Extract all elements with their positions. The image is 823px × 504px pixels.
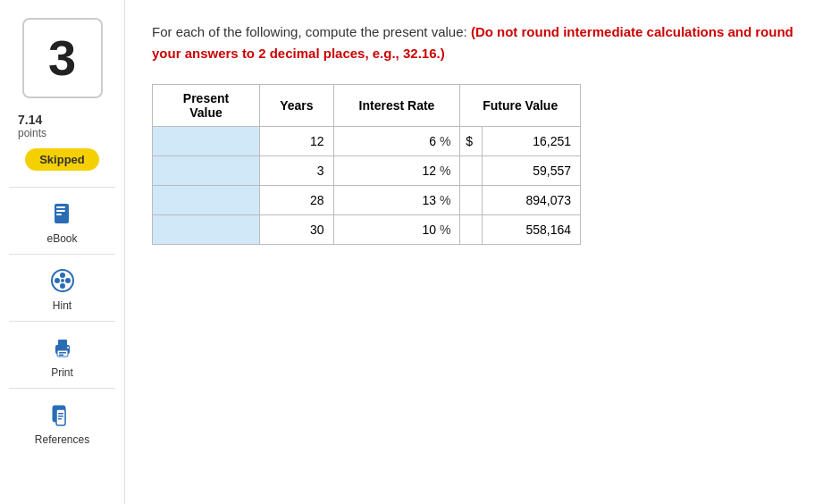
years-cell: 3 xyxy=(260,156,334,186)
svg-rect-19 xyxy=(58,413,63,415)
present-value-cell[interactable] xyxy=(153,215,260,245)
sidebar-item-hint[interactable]: Hint xyxy=(9,254,115,321)
svg-rect-3 xyxy=(56,214,62,215)
present-value-cell[interactable] xyxy=(153,156,260,186)
svg-rect-20 xyxy=(58,416,63,417)
svg-point-9 xyxy=(61,279,64,282)
status-badge[interactable]: Skipped xyxy=(25,148,99,171)
svg-rect-1 xyxy=(56,206,65,208)
svg-rect-18 xyxy=(56,409,65,425)
table-row: 312 %59,557 xyxy=(153,156,581,186)
svg-point-6 xyxy=(55,278,60,283)
sidebar: 3 7.14 points Skipped eBook xyxy=(0,0,125,504)
dollar-sign-cell xyxy=(460,186,483,215)
col-header-present-value: Present Value xyxy=(153,85,260,127)
sidebar-item-references[interactable]: References xyxy=(9,388,115,455)
svg-point-5 xyxy=(60,273,65,278)
question-number-box: 3 xyxy=(22,18,103,98)
points-label: points xyxy=(18,127,46,139)
years-cell: 12 xyxy=(260,127,334,156)
future-value-cell: 16,251 xyxy=(483,127,581,156)
interest-rate-cell: 13 % xyxy=(333,186,460,215)
col-header-years: Years xyxy=(260,85,334,127)
hint-icon xyxy=(47,265,78,296)
present-value-cell[interactable] xyxy=(153,186,260,215)
svg-rect-14 xyxy=(59,355,63,357)
print-icon xyxy=(47,332,78,363)
present-value-input[interactable] xyxy=(160,220,252,239)
sidebar-item-hint-label: Hint xyxy=(53,299,71,312)
present-value-input[interactable] xyxy=(160,190,252,210)
dollar-sign-cell xyxy=(460,156,483,186)
future-value-cell: 558,164 xyxy=(483,215,581,245)
svg-point-8 xyxy=(65,278,71,283)
data-table: Present Value Years Interest Rate Future… xyxy=(152,84,581,245)
years-cell: 30 xyxy=(260,215,334,245)
svg-rect-2 xyxy=(56,210,65,212)
present-value-input[interactable] xyxy=(160,131,252,151)
dollar-sign-cell: $ xyxy=(460,127,483,156)
years-cell: 28 xyxy=(260,186,334,215)
sidebar-item-ebook-label: eBook xyxy=(46,232,77,245)
svg-rect-21 xyxy=(58,418,62,420)
points-value: 7.14 xyxy=(18,113,42,127)
col-header-interest-rate: Interest Rate xyxy=(333,85,460,127)
sidebar-item-print-label: Print xyxy=(51,366,73,379)
question-text: For each of the following, compute the p… xyxy=(152,21,795,64)
sidebar-item-ebook[interactable]: eBook xyxy=(9,187,115,254)
book-icon xyxy=(47,198,78,229)
present-value-cell[interactable] xyxy=(153,127,260,156)
references-icon xyxy=(47,399,78,430)
interest-rate-cell: 10 % xyxy=(333,215,460,245)
question-number: 3 xyxy=(48,33,76,83)
table-row: 2813 %894,073 xyxy=(153,186,581,215)
question-intro: For each of the following, compute the p… xyxy=(152,24,467,39)
svg-point-15 xyxy=(67,347,69,349)
present-value-input[interactable] xyxy=(160,161,252,181)
interest-rate-cell: 6 % xyxy=(333,127,460,156)
future-value-cell: 59,557 xyxy=(483,156,581,186)
main-content: For each of the following, compute the p… xyxy=(125,0,823,504)
interest-rate-cell: 12 % xyxy=(333,156,460,186)
svg-rect-13 xyxy=(59,352,66,354)
sidebar-item-references-label: References xyxy=(35,433,89,446)
dollar-sign-cell xyxy=(460,215,483,245)
sidebar-item-print[interactable]: Print xyxy=(9,321,115,388)
table-row: 126 %$16,251 xyxy=(153,127,581,156)
svg-rect-11 xyxy=(58,340,67,346)
future-value-cell: 894,073 xyxy=(483,186,581,215)
svg-point-7 xyxy=(60,283,65,289)
table-row: 3010 %558,164 xyxy=(153,215,581,245)
col-header-future-value: Future Value xyxy=(460,85,581,127)
